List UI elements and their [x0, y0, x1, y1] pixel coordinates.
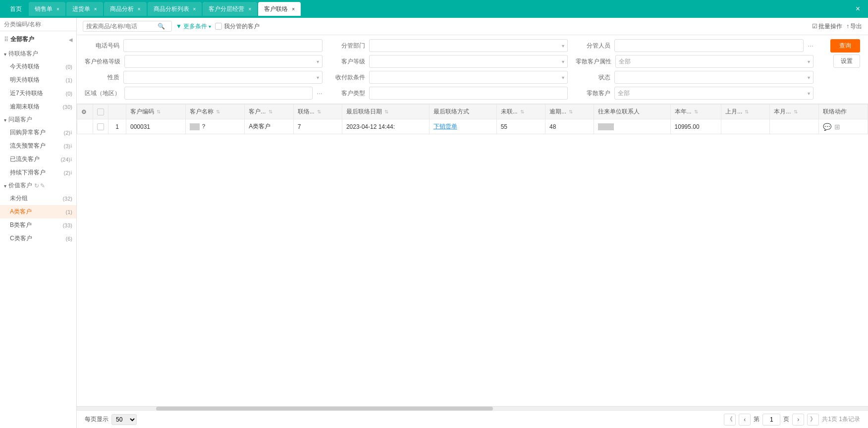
- th-customer-type[interactable]: 客户... ⇅: [245, 105, 293, 119]
- manager-dots[interactable]: ···: [808, 42, 814, 50]
- tab-sales-order[interactable]: 销售单 ×: [29, 2, 65, 16]
- header-checkbox[interactable]: [97, 108, 104, 115]
- action-grid-icon[interactable]: ⊞: [834, 123, 840, 131]
- payment-select[interactable]: [369, 71, 568, 84]
- scatter-attr-select[interactable]: 全部: [615, 55, 814, 68]
- sidebar-search-input[interactable]: [4, 21, 77, 28]
- query-button[interactable]: 查询: [830, 39, 860, 53]
- th-customer-code[interactable]: 客户编码 ⇅: [126, 105, 186, 119]
- sidebar-item-type-c[interactable]: C类客户 (6): [0, 232, 76, 245]
- phone-input[interactable]: [123, 39, 323, 52]
- cell-num: 1: [108, 119, 126, 134]
- more-conditions-arrow: [209, 23, 211, 30]
- first-page-btn[interactable]: 《: [724, 414, 736, 426]
- sidebar-item-tomorrow[interactable]: 明天待联络 (1): [0, 73, 76, 87]
- tab-product-analysis-list-close[interactable]: ×: [193, 6, 196, 12]
- sidebar-all-customers[interactable]: ⠿ 全部客户 ◂: [0, 31, 76, 48]
- tab-product-analysis-close[interactable]: ×: [138, 6, 141, 12]
- manager-input[interactable]: [614, 39, 804, 52]
- status-select[interactable]: [614, 71, 814, 84]
- my-customers-checkbox: 我分管的客户: [215, 22, 260, 31]
- customer-type-select[interactable]: [369, 87, 568, 100]
- top-navigation: 首页 销售单 × 进货单 × 商品分析 × 商品分析列表 × 客户分层经营 × …: [0, 0, 868, 18]
- th-this-year[interactable]: 本年... ⇅: [670, 105, 721, 119]
- th-this-month[interactable]: 本月... ⇅: [770, 105, 818, 119]
- th-last-month[interactable]: 上月... ⇅: [721, 105, 769, 119]
- repurchase-anomaly-label: 回购异常客户: [10, 128, 64, 137]
- filter-search-icon[interactable]: 🔍: [158, 23, 165, 30]
- close-all-tabs[interactable]: ×: [852, 4, 864, 13]
- data-table: ⚙ 客户编码 ⇅ 客户名称 ⇅: [77, 104, 868, 134]
- export-btn[interactable]: ↑ 导出: [846, 22, 862, 31]
- tab-product-analysis[interactable]: 商品分析 ×: [104, 2, 147, 16]
- th-unit-contact: 往来单位联系人: [594, 105, 670, 119]
- tab-product-analysis-list[interactable]: 商品分析列表 ×: [148, 2, 202, 16]
- my-customers-check[interactable]: [215, 23, 222, 30]
- collapse-sidebar-icon[interactable]: ◂: [69, 36, 72, 44]
- sidebar-section-problem[interactable]: 问题客户: [0, 113, 76, 126]
- cell-no-contact: 55: [496, 119, 545, 134]
- th-last-contact-date[interactable]: 最后联络日期 ⇅: [342, 105, 429, 119]
- action-chat-icon[interactable]: 💬: [823, 123, 831, 131]
- unclassified-label: 未分组: [10, 194, 62, 203]
- tab-purchase-close[interactable]: ×: [94, 6, 97, 12]
- sidebar-item-declining[interactable]: 持续下滑客户 (2) ℹ: [0, 166, 76, 179]
- batch-icon: ☑: [812, 23, 817, 30]
- tab-customer-contact-close[interactable]: ×: [292, 6, 295, 12]
- tab-customer-segment-close[interactable]: ×: [248, 6, 251, 12]
- bottom-bar: 每页显示 50 20 100 《 ‹ 第 页 › 》 共1页 1条记录: [77, 410, 868, 428]
- tab-sales-close[interactable]: ×: [56, 6, 59, 12]
- price-level-select[interactable]: [124, 55, 323, 68]
- next-page-btn[interactable]: ›: [792, 414, 804, 426]
- prev-page-btn[interactable]: ‹: [739, 414, 751, 426]
- page-size-select[interactable]: 50 20 100: [111, 414, 137, 425]
- sidebar-item-today[interactable]: 今天待联络 (0): [0, 60, 76, 73]
- sort-icon-no-contact: ⇅: [520, 109, 524, 114]
- sidebar-item-overdue[interactable]: 逾期未联络 (30): [0, 100, 76, 113]
- tab-customer-segment[interactable]: 客户分层经营 ×: [203, 2, 257, 16]
- scrollbar-thumb: [156, 407, 493, 411]
- horizontal-scrollbar[interactable]: [77, 406, 868, 410]
- sidebar-section-pending[interactable]: 待联络客户: [0, 48, 76, 60]
- payment-label: 收付款条件: [330, 73, 365, 82]
- contact-method-link[interactable]: 下销货单: [434, 123, 457, 130]
- sidebar-item-type-a[interactable]: A类客户 (1): [0, 205, 76, 218]
- settings-button[interactable]: 设置: [833, 54, 860, 68]
- filter-cell-customer-level: 客户等级: [330, 55, 576, 68]
- page-number-input[interactable]: [762, 414, 780, 426]
- edit-icon[interactable]: ✎: [40, 182, 45, 189]
- chevron-down-icon-3: [4, 182, 6, 189]
- sidebar-item-churned[interactable]: 已流失客户 (24) ℹ: [0, 153, 76, 166]
- more-conditions-btn[interactable]: ▼ 更多条件: [176, 22, 211, 31]
- customer-level-select[interactable]: [369, 55, 568, 68]
- th-no-contact[interactable]: 未联... ⇅: [496, 105, 545, 119]
- tab-customer-contact[interactable]: 客户联络 ×: [258, 2, 301, 16]
- tab-purchase-order[interactable]: 进货单 ×: [66, 2, 103, 16]
- th-contact-count[interactable]: 联络... ⇅: [293, 105, 342, 119]
- region-select[interactable]: [124, 87, 313, 100]
- dept-select[interactable]: [369, 39, 568, 52]
- region-dots[interactable]: ···: [317, 89, 323, 97]
- sidebar-item-type-b[interactable]: B类客户 (33): [0, 218, 76, 232]
- nature-select[interactable]: [123, 71, 323, 84]
- sidebar-item-churn-warning[interactable]: 流失预警客户 (3) ℹ: [0, 139, 76, 153]
- filter-cell-price-level: 客户价格等级: [85, 55, 330, 68]
- sidebar-item-unclassified[interactable]: 未分组 (32): [0, 192, 76, 205]
- th-gear[interactable]: ⚙: [77, 105, 93, 119]
- tab-customer-contact-label: 客户联络: [264, 5, 288, 13]
- last-page-btn[interactable]: 》: [807, 414, 819, 426]
- sidebar-section-value[interactable]: 价值客户 ↻ ✎: [0, 179, 76, 192]
- th-customer-name[interactable]: 客户名称 ⇅: [185, 105, 245, 119]
- filter-row-4: 区域（地区） ··· 客户类型: [85, 87, 821, 100]
- row-checkbox[interactable]: [97, 123, 104, 130]
- sidebar-item-repurchase-anomaly[interactable]: 回购异常客户 (2) ℹ: [0, 126, 76, 139]
- sort-icon-last-month: ⇅: [745, 109, 749, 114]
- tab-home[interactable]: 首页: [4, 2, 28, 16]
- scatter-select[interactable]: 全部: [614, 87, 814, 100]
- status-arrow: [808, 75, 810, 80]
- th-overdue[interactable]: 逾期... ⇅: [545, 105, 594, 119]
- sidebar-item-7days[interactable]: 近7天待联络 (0): [0, 87, 76, 100]
- batch-operation-btn[interactable]: ☑ 批量操作: [812, 22, 842, 31]
- refresh-icon[interactable]: ↻: [34, 182, 39, 189]
- filter-search-input[interactable]: [86, 23, 156, 30]
